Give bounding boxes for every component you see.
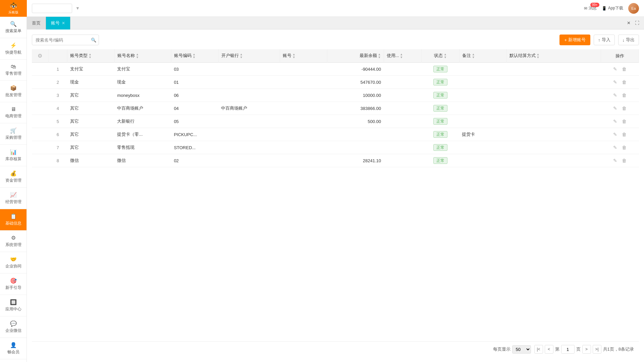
sidebar-item-membership-label: 畅会员 xyxy=(2,349,25,355)
top-search-input[interactable] xyxy=(32,4,72,13)
sidebar-item-guide[interactable]: 🎯 新手引导 xyxy=(0,274,26,295)
col-header-note[interactable]: 备注▲▼ xyxy=(459,49,506,63)
edit-button[interactable]: ✎ xyxy=(611,131,619,138)
row-status: 正常 xyxy=(422,89,460,102)
row-gear xyxy=(32,76,48,89)
page-next-button[interactable]: > xyxy=(582,345,591,354)
edit-button[interactable]: ✎ xyxy=(611,92,619,99)
row-settlement xyxy=(506,89,601,102)
delete-button[interactable]: 🗑 xyxy=(620,144,628,151)
user-avatar[interactable]: Ea xyxy=(628,3,639,14)
row-type: 其它 xyxy=(67,141,115,154)
column-settings-icon[interactable]: ⚙ xyxy=(38,53,42,59)
message-button[interactable]: ✉ 消息 99+ xyxy=(584,5,597,11)
row-name: 零售抵现 xyxy=(114,141,171,154)
sidebar-item-finance[interactable]: 💰 资金管理 xyxy=(0,166,26,188)
edit-button[interactable]: ✎ xyxy=(611,118,619,125)
row-type: 微信 xyxy=(67,154,115,167)
sidebar-item-retail[interactable]: 🛍 零售管理 xyxy=(0,60,26,81)
delete-button[interactable]: 🗑 xyxy=(620,66,628,72)
sidebar-item-system[interactable]: ⚙ 系统管理 xyxy=(0,231,26,252)
import-button[interactable]: ↑ 导入 xyxy=(594,35,615,45)
delete-button[interactable]: 🗑 xyxy=(620,131,628,138)
row-index: 7 xyxy=(48,141,67,154)
topbar-left: ▼ xyxy=(32,4,80,13)
main-area: ▼ ✉ 消息 99+ 📱 App下载 Ea 首页 账号 ✕ ✕ ⛶ xyxy=(27,0,644,362)
edit-button[interactable]: ✎ xyxy=(611,66,619,72)
tab-account-close[interactable]: ✕ xyxy=(62,21,65,25)
page-number-input[interactable] xyxy=(561,345,575,354)
col-header-code[interactable]: 账号编码▲▼ xyxy=(171,49,218,63)
col-header-name[interactable]: 账号名称▲▼ xyxy=(114,49,171,63)
page-first-button[interactable]: |< xyxy=(534,345,543,354)
ecommerce-icon: 🖥 xyxy=(2,106,25,112)
sidebar-item-inventory[interactable]: 📊 库存核算 xyxy=(0,145,26,166)
col-header-settlement[interactable]: 默认结算方式▲▼ xyxy=(506,49,601,63)
col-header-bank[interactable]: 开户银行▲▼ xyxy=(218,49,280,63)
col-header-usage[interactable]: 使用...▲▼ xyxy=(384,49,422,63)
delete-button[interactable]: 🗑 xyxy=(620,79,628,85)
sidebar-item-guide-label: 新手引导 xyxy=(2,285,25,291)
row-bank xyxy=(218,115,280,128)
page-last-button[interactable]: >| xyxy=(593,345,601,354)
page-of-label: 页 xyxy=(576,346,581,352)
tab-minimize-button[interactable]: ✕ xyxy=(626,19,632,27)
sidebar-item-inventory-label: 库存核算 xyxy=(2,156,25,162)
edit-button[interactable]: ✎ xyxy=(611,157,619,164)
add-account-button[interactable]: + 新增账号 xyxy=(559,35,590,45)
app-center-icon: 🔲 xyxy=(2,299,25,305)
topbar-dropdown-icon[interactable]: ▼ xyxy=(75,6,80,11)
status-badge: 正常 xyxy=(433,92,447,99)
row-name: 中百商场账户 xyxy=(114,102,171,115)
sidebar-item-wholesale[interactable]: 📦 批发管理 xyxy=(0,81,26,102)
sidebar-item-app-center[interactable]: 🔲 应用中心 xyxy=(0,295,26,316)
app-download-button[interactable]: 📱 App下载 xyxy=(602,5,623,11)
col-header-type[interactable]: 账号类型▲▼ xyxy=(67,49,115,63)
delete-button[interactable]: 🗑 xyxy=(620,157,628,164)
status-badge: 正常 xyxy=(433,105,447,112)
row-status: 正常 xyxy=(422,115,460,128)
sidebar-item-purchase[interactable]: 🛒 采购管理 xyxy=(0,123,26,145)
delete-button[interactable]: 🗑 xyxy=(620,92,628,99)
sidebar-item-basic-info[interactable]: 📋 基础信息 xyxy=(0,209,26,231)
search-button[interactable]: 🔍 xyxy=(91,38,96,43)
name-sort-icon: ▲▼ xyxy=(136,53,139,59)
edit-button[interactable]: ✎ xyxy=(611,144,619,151)
tabbar: 首页 账号 ✕ ✕ ⛶ xyxy=(27,17,644,29)
sidebar-item-ecommerce[interactable]: 🖥 电商管理 xyxy=(0,102,26,123)
col-header-gear[interactable]: ⚙ xyxy=(32,49,48,63)
sidebar-item-wechat-work[interactable]: 💬 企业微信 xyxy=(0,316,26,338)
row-type: 其它 xyxy=(67,115,115,128)
row-code: 03 xyxy=(171,63,218,76)
sidebar-item-search[interactable]: 🔍 搜索菜单 xyxy=(0,17,26,38)
row-account xyxy=(280,115,327,128)
delete-button[interactable]: 🗑 xyxy=(620,118,628,125)
table-row: 1 支付宝 支付宝 03 -90444.00 正常 ✎ 🗑 xyxy=(32,63,639,76)
edit-button[interactable]: ✎ xyxy=(611,79,619,85)
tab-home[interactable]: 首页 xyxy=(27,17,46,29)
sidebar-item-operations[interactable]: 📈 经营管理 xyxy=(0,188,26,209)
search-input[interactable] xyxy=(36,38,91,43)
col-header-account[interactable]: 账号▲▼ xyxy=(280,49,327,63)
row-note xyxy=(459,89,506,102)
sidebar-item-collab[interactable]: 🤝 企业协同 xyxy=(0,252,26,274)
col-header-index xyxy=(48,49,67,63)
page-size-select[interactable]: 10 20 50 100 xyxy=(512,345,531,354)
tab-account[interactable]: 账号 ✕ xyxy=(46,17,70,29)
edit-button[interactable]: ✎ xyxy=(611,105,619,112)
delete-button[interactable]: 🗑 xyxy=(620,105,628,112)
row-bank xyxy=(218,128,280,141)
col-header-status[interactable]: 状态▲▼ xyxy=(422,49,460,63)
finance-icon: 💰 xyxy=(2,170,25,177)
row-note xyxy=(459,141,506,154)
page-prev-button[interactable]: < xyxy=(545,345,553,354)
sidebar-item-quicknav[interactable]: ⚡ 快捷导航 xyxy=(0,38,26,60)
sidebar-item-membership[interactable]: 👤 畅会员 xyxy=(0,338,26,359)
quicknav-icon: ⚡ xyxy=(2,42,25,49)
tab-maximize-button[interactable]: ⛶ xyxy=(634,19,641,27)
row-balance: 28241.10 xyxy=(327,154,384,167)
col-header-balance[interactable]: 最新余额▲▼ xyxy=(327,49,384,63)
export-button[interactable]: ↓ 导出 xyxy=(618,35,639,45)
row-gear xyxy=(32,89,48,102)
row-settlement xyxy=(506,115,601,128)
